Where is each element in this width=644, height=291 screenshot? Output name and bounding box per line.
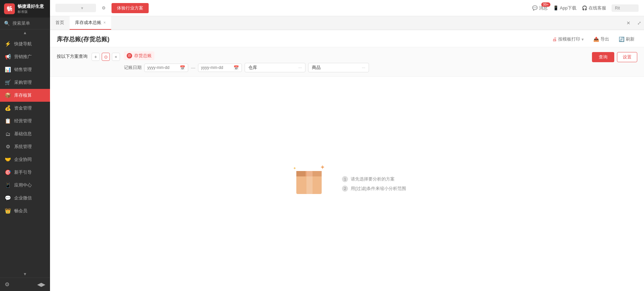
finance-icon: 💰	[5, 105, 11, 111]
sidebar-item-label: 系统管理	[14, 144, 32, 150]
scheme-label: 存货总账	[134, 53, 152, 59]
sidebar-item-label: 采购管理	[14, 79, 32, 86]
app-logo-icon: 畅	[4, 3, 15, 14]
sidebar-item-basic[interactable]: 🗂 基础信息	[0, 127, 50, 140]
tab-close-icon[interactable]: ×	[103, 20, 106, 25]
settings-footer-button[interactable]: ⚙	[5, 281, 9, 288]
empty-state: ✦ ✦	[50, 77, 644, 291]
breadcrumb[interactable]: ▾	[55, 4, 96, 12]
filter-add-button[interactable]: +	[92, 53, 100, 61]
main-content: ▾ ⚙ 体验行业方案 💬 消息 99+ 📱 App下载 🎧 在线客服 Rit	[50, 0, 644, 291]
sidebar-item-finance[interactable]: 💰 资金管理	[0, 102, 50, 115]
sidebar-nav: ⚡ 快捷导航 📢 营销推广 📊 销售管理 🛒 采购管理 📦 库存核算 💰 资金管…	[0, 36, 50, 271]
system-icon: ⚙	[5, 144, 11, 150]
headset-icon: 🎧	[582, 5, 587, 10]
filter-collapse-button[interactable]: ⊙	[102, 53, 110, 61]
topbar-right: 💬 消息 99+ 📱 App下载 🎧 在线客服 Rit	[532, 4, 639, 12]
filter-scheme-selector[interactable]: 存 存货总账	[124, 51, 154, 60]
empty-box-svg: ✦ ✦	[291, 164, 328, 197]
sidebar-scroll-down[interactable]: ▼	[0, 271, 50, 277]
export-label: 导出	[600, 36, 609, 42]
tabbar: 首页 库存成本总账 × ✕ ⤢	[50, 16, 644, 30]
online-support-button[interactable]: 🎧 在线客服	[582, 5, 606, 11]
member-icon: 👑	[5, 208, 11, 214]
sidebar-item-purchase[interactable]: 🛒 采购管理	[0, 76, 50, 89]
svg-marker-3	[313, 171, 322, 176]
date-start-field[interactable]	[147, 65, 178, 70]
empty-text: 1 请先选择要分析的方案 2 用[过滤]条件来缩小分析范围	[342, 176, 406, 192]
refresh-button[interactable]: 🔄 刷新	[616, 35, 637, 44]
marketing-icon: 📢	[5, 54, 11, 60]
toggle-sidebar-button[interactable]: ◀▶	[37, 281, 45, 288]
sidebar-item-guide[interactable]: 🎯 新手引导	[0, 166, 50, 179]
sidebar-item-label: 企业协同	[14, 156, 32, 163]
sidebar-item-quick-nav[interactable]: ⚡ 快捷导航	[0, 38, 50, 50]
appstore-icon: 📱	[5, 182, 11, 188]
trial-button[interactable]: 体验行业方案	[112, 3, 149, 13]
page-header: 库存总账(存货总账) 🖨 按模板打印 ▾ 📤 导出 🔄 刷新	[50, 30, 644, 47]
empty-illustration: ✦ ✦	[288, 164, 328, 204]
sidebar-scroll-up[interactable]: ▲	[0, 29, 50, 36]
empty-hint-1: 1 请先选择要分析的方案	[342, 176, 406, 182]
sidebar-item-label: 经营管理	[14, 118, 32, 124]
sidebar-item-wecom[interactable]: 💬 企业微信	[0, 192, 50, 204]
settings-btn[interactable]: 设置	[617, 52, 637, 62]
sidebar-item-label: 新手引导	[14, 169, 32, 175]
operations-icon: 📋	[5, 118, 11, 124]
messages-button[interactable]: 💬 消息 99+	[532, 5, 548, 11]
app-logo-text: 畅捷通好生意 标准版	[18, 4, 44, 14]
tab-home[interactable]: 首页	[50, 16, 70, 30]
date-end-field[interactable]	[201, 65, 231, 70]
sidebar-item-appstore[interactable]: 📱 应用中心	[0, 179, 50, 192]
filter-row-date: 记账日期 📅 — 📅 仓库 ··· 商品	[124, 63, 588, 72]
sidebar-search[interactable]: 🔍 搜索菜单	[0, 18, 50, 29]
panel-close-button[interactable]: ✕	[622, 17, 635, 29]
sidebar-item-system[interactable]: ⚙ 系统管理	[0, 140, 50, 153]
app-brand: 畅捷通好生意	[18, 4, 44, 9]
sidebar-item-member[interactable]: 👑 畅会员	[0, 204, 50, 217]
print-label: 按模板打印	[558, 36, 580, 42]
tab-inventory-ledger[interactable]: 库存成本总账 ×	[70, 16, 111, 30]
svg-text:✦: ✦	[293, 166, 296, 171]
sidebar-item-label: 基础信息	[14, 131, 32, 137]
print-button[interactable]: 🖨 按模板打印 ▾	[549, 35, 587, 44]
topbar-left: ▾ ⚙ 体验行业方案	[55, 3, 149, 13]
warehouse-selector[interactable]: 仓库 ···	[245, 63, 305, 72]
product-selector[interactable]: 商品 ···	[308, 63, 369, 72]
query-button[interactable]: 查询	[592, 52, 614, 62]
empty-hint-2: 2 用[过滤]条件来缩小分析范围	[342, 186, 406, 192]
gear-icon: ⚙	[102, 5, 106, 10]
sidebar-item-sales[interactable]: 📊 销售管理	[0, 63, 50, 76]
svg-text:✦: ✦	[321, 165, 323, 168]
sidebar-item-operations[interactable]: 📋 经营管理	[0, 115, 50, 127]
sidebar-item-label: 销售管理	[14, 67, 32, 73]
topbar-settings-button[interactable]: ⚙	[99, 3, 109, 13]
empty-hint-1-text: 请先选择要分析的方案	[351, 176, 395, 182]
export-button[interactable]: 📤 导出	[591, 35, 612, 44]
sidebar-item-marketing[interactable]: 📢 营销推广	[0, 50, 50, 63]
empty-hint-2-text: 用[过滤]条件来缩小分析范围	[351, 186, 406, 192]
sidebar-item-label: 应用中心	[14, 182, 32, 188]
sidebar-logo: 畅 畅捷通好生意 标准版	[0, 0, 50, 18]
filter-expand-button[interactable]: «	[112, 53, 120, 61]
date-end-input[interactable]: 📅	[198, 64, 242, 72]
scheme-icon: 存	[127, 53, 132, 58]
sidebar-item-inventory[interactable]: 📦 库存核算	[0, 89, 50, 102]
sidebar-item-label: 库存核算	[14, 92, 32, 98]
quick-nav-icon: ⚡	[5, 41, 11, 47]
calendar-start-icon[interactable]: 📅	[180, 65, 185, 70]
app-download-button[interactable]: 📱 App下载	[553, 5, 576, 11]
sidebar-item-enterprise[interactable]: 🤝 企业协同	[0, 153, 50, 166]
refresh-label: 刷新	[626, 36, 635, 42]
search-icon: 🔍	[4, 21, 10, 26]
calendar-end-icon[interactable]: 📅	[233, 65, 239, 70]
sidebar-search-label: 搜索菜单	[13, 20, 30, 26]
date-filter-label: 记账日期	[124, 65, 142, 71]
topbar: ▾ ⚙ 体验行业方案 💬 消息 99+ 📱 App下载 🎧 在线客服 Rit	[50, 0, 644, 16]
panel-expand-button[interactable]: ⤢	[635, 17, 644, 29]
phone-icon: 📱	[553, 5, 559, 10]
user-profile[interactable]: Rit	[612, 4, 639, 12]
date-start-input[interactable]: 📅	[144, 64, 188, 72]
page-content: 库存总账(存货总账) 🖨 按模板打印 ▾ 📤 导出 🔄 刷新 按以下方案查	[50, 30, 644, 291]
sidebar: 畅 畅捷通好生意 标准版 🔍 搜索菜单 ▲ ⚡ 快捷导航 📢 营销推广 📊 销售…	[0, 0, 50, 291]
